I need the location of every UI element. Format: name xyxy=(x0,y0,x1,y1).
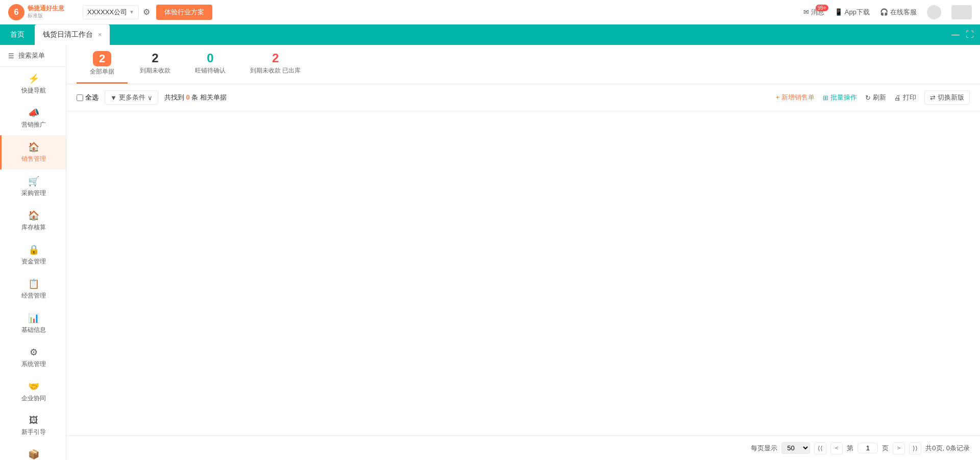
settings-icon[interactable]: ⚙ xyxy=(143,7,150,17)
select-all-input[interactable] xyxy=(77,94,83,101)
logo-icon: 6 xyxy=(8,4,24,20)
tab-home[interactable]: 首页 xyxy=(0,25,35,45)
logo-title: 畅捷通好生意 xyxy=(28,5,64,12)
operation-label: 经营管理 xyxy=(21,292,46,300)
guide-icon: 🖼 xyxy=(29,415,38,426)
inventory-label: 库存核算 xyxy=(21,223,46,232)
print-label: 打印 xyxy=(903,93,916,102)
finance-icon: 🔒 xyxy=(28,244,39,255)
company-selector[interactable]: XXXXXX公司 ▼ xyxy=(83,5,139,19)
tab-minimize-icon[interactable]: — xyxy=(951,30,960,39)
new-sale-button[interactable]: + 新增销售单 xyxy=(776,93,815,102)
operation-icon: 📋 xyxy=(28,278,39,289)
switch-icon: ⇄ xyxy=(930,94,936,102)
sidebar-item-system[interactable]: ⚙ 系统管理 xyxy=(0,341,66,375)
select-all-checkbox[interactable]: 全选 xyxy=(77,93,99,102)
online-service-item[interactable]: 🎧 在线客服 xyxy=(880,8,917,17)
active-tab-label: 钱货日清工作台 xyxy=(43,30,93,39)
stat-overdue-number: 2 xyxy=(152,51,158,65)
app-download-icon: 📱 xyxy=(835,8,843,16)
sidebar-item-operation[interactable]: 📋 经营管理 xyxy=(0,272,66,306)
tab-bar-right: — ⛶ xyxy=(951,30,980,39)
next-page-button[interactable]: ＞ xyxy=(893,442,905,454)
filter-button[interactable]: ▼ 更多条件 ∨ xyxy=(105,90,158,105)
logo-sub: 标准版 xyxy=(28,12,64,19)
search-menu-item[interactable]: ☰ 搜索菜单 xyxy=(0,45,66,67)
sidebar-item-purchase[interactable]: 🛒 采购管理 xyxy=(0,170,66,204)
logo-area: 6 畅捷通好生意 标准版 xyxy=(8,4,75,20)
header-right: ✉ 消息 99+ 📱 App下载 🎧 在线客服 xyxy=(803,5,972,19)
refresh-button[interactable]: ↻ 刷新 xyxy=(865,93,886,102)
stat-tab-outstock[interactable]: 2 到期未收款 已出库 xyxy=(238,45,313,84)
app-download-item[interactable]: 📱 App下载 xyxy=(835,8,870,17)
sidebar-item-sales[interactable]: 🏠 销售管理 xyxy=(0,135,66,170)
print-button[interactable]: 🖨 打印 xyxy=(894,93,916,102)
stats-tabs: 2 全部单据 2 到期未收款 0 旺铺待确认 2 到期未收款 已出库 xyxy=(66,45,980,84)
content-area: 2 全部单据 2 到期未收款 0 旺铺待确认 2 到期未收款 已出库 全选 xyxy=(66,45,980,460)
sidebar-item-enterprise[interactable]: 🤝 企业协同 xyxy=(0,375,66,409)
refresh-icon: ↻ xyxy=(865,94,871,102)
pagination: 每页显示 50 100 200 ⟨⟨ ＜ 第 页 ＞ ⟩⟩ 共0页, 0条记录 xyxy=(66,435,980,460)
stat-tab-overdue[interactable]: 2 到期未收款 xyxy=(128,45,183,84)
prev-page-button[interactable]: ＜ xyxy=(830,442,843,454)
online-service-label: 在线客服 xyxy=(890,8,917,17)
sidebar-item-quick-nav[interactable]: ⚡ 快捷导航 xyxy=(0,67,66,101)
sidebar-item-guide[interactable]: 🖼 新手引导 xyxy=(0,409,66,443)
found-count: 0 xyxy=(186,93,190,101)
per-page-label: 每页显示 xyxy=(751,444,777,453)
messages-item[interactable]: ✉ 消息 99+ xyxy=(803,8,824,17)
sales-label: 销售管理 xyxy=(21,155,46,163)
experience-btn-area: 体验行业方案 xyxy=(156,5,212,20)
sidebar: ☰ 搜索菜单 ⚡ 快捷导航 📣 营销推广 🏠 销售管理 🛒 采购管理 🏠 库存核… xyxy=(0,45,66,460)
basic-info-icon: 📊 xyxy=(28,312,39,324)
user-name-badge xyxy=(951,5,972,19)
switch-version-button[interactable]: ⇄ 切换新版 xyxy=(924,90,970,105)
stat-tab-all[interactable]: 2 全部单据 xyxy=(77,45,128,84)
found-unit: 条 xyxy=(191,93,198,101)
sidebar-item-marketing[interactable]: 📣 营销推广 xyxy=(0,101,66,135)
stat-tab-pending[interactable]: 0 旺铺待确认 xyxy=(183,45,238,84)
service-icon: 🎧 xyxy=(880,8,888,16)
found-prefix: 共找到 xyxy=(164,93,184,101)
filter-label: 更多条件 xyxy=(119,93,145,102)
sidebar-item-inventory[interactable]: 🏠 库存核算 xyxy=(0,204,66,238)
avatar[interactable] xyxy=(927,5,941,19)
page-number-input[interactable] xyxy=(857,443,878,453)
stat-all-label: 全部单据 xyxy=(90,67,114,76)
filter-arrow-icon: ∨ xyxy=(148,94,153,102)
per-page-select[interactable]: 50 100 200 xyxy=(781,442,810,454)
messages-badge: 99+ xyxy=(816,5,828,11)
experience-button[interactable]: 体验行业方案 xyxy=(156,5,212,20)
marketing-label: 营销推广 xyxy=(21,120,46,129)
stat-outstock-label: 到期未收款 已出库 xyxy=(250,66,301,75)
last-page-button[interactable]: ⟩⟩ xyxy=(909,442,921,454)
table-area xyxy=(66,111,980,435)
purchase-label: 采购管理 xyxy=(21,189,46,198)
tab-close-icon[interactable]: × xyxy=(98,31,102,38)
search-menu-label: 搜索菜单 xyxy=(18,51,45,60)
sidebar-item-finance[interactable]: 🔒 资金管理 xyxy=(0,238,66,272)
app-download-label: App下载 xyxy=(845,8,870,17)
finance-label: 资金管理 xyxy=(21,257,46,266)
tab-maximize-icon[interactable]: ⛶ xyxy=(966,30,974,39)
app-center-icon: 📦 xyxy=(28,449,39,460)
stat-pending-label: 旺铺待确认 xyxy=(195,66,226,75)
sidebar-item-app-center[interactable]: 📦 应用中心 xyxy=(0,443,66,460)
found-text: 共找到 0 条 相关单据 xyxy=(164,93,227,102)
quick-nav-label: 快捷导航 xyxy=(21,86,46,95)
tab-active[interactable]: 钱货日清工作台 × xyxy=(35,25,110,45)
sidebar-item-basic-info[interactable]: 📊 基础信息 xyxy=(0,306,66,341)
guide-label: 新手引导 xyxy=(21,428,46,437)
sales-icon: 🏠 xyxy=(28,141,39,153)
select-all-label: 全选 xyxy=(85,93,99,102)
search-icon: ☰ xyxy=(8,52,14,60)
inventory-icon: 🏠 xyxy=(28,210,39,221)
batch-operation-button[interactable]: ⊞ 批量操作 xyxy=(823,93,857,102)
print-icon: 🖨 xyxy=(894,94,901,102)
dropdown-arrow-icon: ▼ xyxy=(129,9,134,15)
empty-area xyxy=(66,111,980,435)
first-page-button[interactable]: ⟨⟨ xyxy=(814,442,826,454)
page-label-unit: 页 xyxy=(882,444,889,453)
system-label: 系统管理 xyxy=(21,360,46,369)
batch-label: 批量操作 xyxy=(830,93,857,102)
